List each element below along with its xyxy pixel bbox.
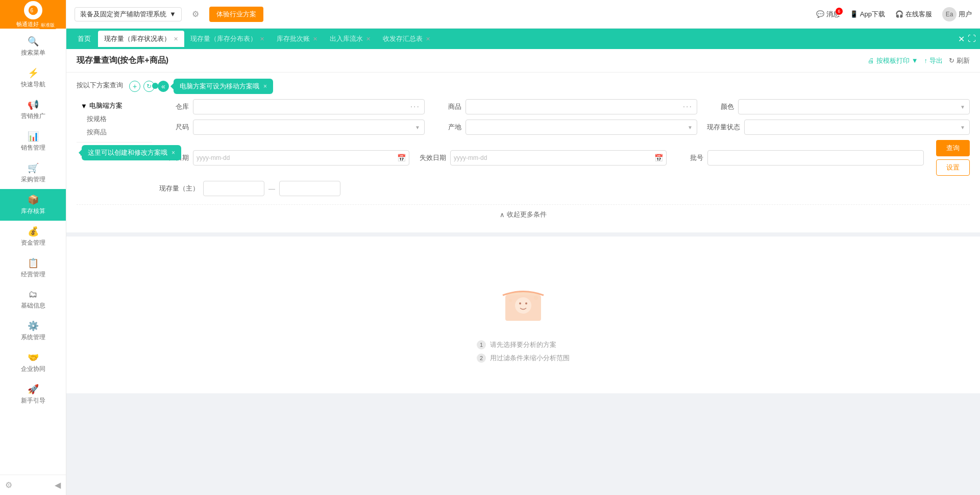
sidebar-item-inventory[interactable]: 📦 库存核算 [0, 189, 66, 221]
field-batch-no: 批号 [673, 150, 924, 166]
tab-inventory-dist[interactable]: 现存量（库存分布表） ✕ [184, 31, 271, 47]
tab-close-inout-flow[interactable]: ✕ [366, 36, 371, 42]
select-size[interactable]: ▼ [193, 120, 425, 135]
inventory-icon: 📦 [28, 194, 39, 205]
sidebar-item-purchase[interactable]: 🛒 采购管理 [0, 157, 66, 189]
input-warehouse[interactable]: ··· [193, 99, 425, 114]
sidebar-label-enterprise: 企业协同 [21, 365, 45, 373]
sidebar-item-enterprise[interactable]: 🤝 企业协同 [0, 347, 66, 379]
select-color[interactable]: ▼ [738, 99, 970, 114]
sidebar-item-operation[interactable]: 📋 经营管理 [0, 252, 66, 284]
reset-btn[interactable]: 设置 [936, 159, 970, 176]
sidebar-item-marketing[interactable]: 📢 营销推广 [0, 94, 66, 126]
sidebar-label-purchase: 采购管理 [21, 175, 45, 184]
online-service-label: 在线客服 [905, 10, 932, 19]
header-left: 装备及固定资产辅助管理系统 ▼ ⚙ 体验行业方案 [75, 7, 263, 22]
color-dropdown-icon: ▼ [960, 104, 965, 110]
range-dash: — [268, 185, 275, 193]
app-download-btn[interactable]: 📱 App下载 [850, 10, 885, 19]
scheme-item-byproduct[interactable]: 按商品 [77, 126, 152, 139]
user-label: 用户 [959, 10, 972, 19]
tooltip-2: 这里可以创建和修改方案哦 × [82, 145, 181, 160]
sidebar-item-finance[interactable]: 💰 资金管理 [0, 221, 66, 252]
system-icon: ⚙️ [28, 320, 39, 332]
add-scheme-btn[interactable]: + [129, 81, 140, 92]
tab-close-recv-send[interactable]: ✕ [426, 36, 430, 42]
basicinfo-icon: 🗂 [29, 289, 38, 300]
tab-home[interactable]: 首页 [70, 31, 98, 47]
input-stock-qty-max[interactable] [279, 181, 340, 196]
page-header: 现存量查询(按仓库+商品) 🖨 按模板打印 ▼ ↑ 导出 ↻ 刷新 [66, 49, 980, 73]
scheme-list-panel: ▼ 电脑端方案 按规格 按商品 ▶ 移动端方案 [77, 99, 158, 200]
refresh-btn[interactable]: ↻ 刷新 [949, 56, 970, 65]
stock-status-dropdown-icon: ▼ [960, 125, 965, 130]
input-stock-qty-min[interactable] [203, 181, 264, 196]
field-product: 商品 ··· [431, 99, 697, 114]
sidebar-nav: 🔍 搜索菜单 ⚡ 快速导航 📢 营销推广 📊 销售管理 🛒 采购管理 📦 库存核… [0, 29, 66, 475]
purchase-icon: 🛒 [28, 162, 39, 174]
system-name-label: 装备及固定资产辅助管理系统 [80, 10, 166, 19]
export-label: 导出 [929, 56, 943, 65]
tip-num-2: 2 [477, 353, 486, 363]
sidebar-label-search: 搜索菜单 [21, 49, 45, 57]
label-expiry-date: 失效日期 [415, 153, 446, 162]
input-expiry-date[interactable]: yyyy-mm-dd 📅 [450, 150, 667, 166]
scheme-desktop-toggle[interactable]: ▼ 电脑端方案 [77, 99, 152, 112]
tab-label-inout-flow: 出入库流水 [330, 34, 363, 43]
tab-label-inventory-dist: 现存量（库存分布表） [190, 34, 257, 43]
tooltip-1-close[interactable]: × [263, 83, 267, 90]
guide-icon: 🚀 [28, 384, 39, 395]
scheme-item-byspec[interactable]: 按规格 [77, 112, 152, 126]
trial-btn[interactable]: 体验行业方案 [209, 7, 263, 22]
settings-gear-btn[interactable]: ⚙ [188, 7, 203, 22]
scheme-item-byspec-label: 按规格 [87, 114, 107, 124]
refresh-label: 刷新 [957, 56, 970, 65]
input-batch-no[interactable] [707, 150, 924, 166]
input-product[interactable]: ··· [465, 99, 697, 114]
tab-inout-flow[interactable]: 出入库流水 ✕ [324, 31, 377, 47]
sidebar-item-quicknav[interactable]: ⚡ 快速导航 [0, 62, 66, 94]
sidebar-item-sales[interactable]: 📊 销售管理 [0, 126, 66, 157]
svg-point-7 [534, 296, 538, 300]
tab-fullscreen-btn[interactable]: ⛶ [968, 34, 976, 44]
empty-illustration [493, 267, 554, 330]
tooltip-2-close[interactable]: × [172, 149, 175, 156]
notification-btn[interactable]: 💬 消息 6 [816, 10, 840, 19]
sidebar-item-system[interactable]: ⚙️ 系统管理 [0, 315, 66, 347]
user-menu[interactable]: Ea 用户 [942, 7, 972, 21]
template-print-btn[interactable]: 🖨 按模板打印 ▼ [868, 56, 918, 65]
tab-close-all-btn[interactable]: ✕ [958, 34, 965, 44]
system-selector[interactable]: 装备及固定资产辅助管理系统 ▼ [75, 7, 182, 21]
tab-close-inventory-dist[interactable]: ✕ [260, 36, 264, 42]
settings-bottom-btn[interactable]: ⚙ [5, 480, 12, 490]
sidebar-item-search[interactable]: 🔍 搜索菜单 [0, 31, 66, 62]
sidebar-item-basicinfo[interactable]: 🗂 基础信息 [0, 284, 66, 315]
quicknav-icon: ⚡ [28, 67, 39, 79]
collapse-btn[interactable]: ∧ 收起更多条件 [500, 210, 547, 219]
sidebar: 6 畅通道好生意 标准版 🔍 搜索菜单 ⚡ 快速导航 📢 营销推广 📊 销售管理… [0, 0, 66, 495]
print-icon: 🖨 [868, 57, 874, 64]
empty-tips: 1 请先选择要分析的方案 2 用过滤条件来缩小分析范围 [477, 340, 570, 363]
tab-recv-send[interactable]: 收发存汇总表 ✕ [377, 31, 436, 47]
tab-batch-account[interactable]: 库存批次账 ✕ [271, 31, 324, 47]
tab-inventory-status[interactable]: 现存量（库存状况表） ✕ [98, 31, 184, 47]
tab-label-inventory-status: 现存量（库存状况表） [104, 34, 170, 43]
select-stock-status[interactable]: ▼ [744, 120, 970, 135]
sales-icon: 📊 [28, 131, 39, 142]
export-btn[interactable]: ↑ 导出 [924, 56, 943, 65]
label-batch-no: 批号 [673, 153, 703, 162]
filter-fields-area: 仓库 ··· 商品 ··· [158, 99, 970, 200]
scheme-item-byproduct-label: 按商品 [87, 128, 107, 137]
collapse-sidebar-btn[interactable]: ◀ [55, 480, 61, 490]
select-origin[interactable]: ▼ [465, 120, 697, 135]
tab-close-inventory-status[interactable]: ✕ [174, 36, 178, 42]
sidebar-item-guide[interactable]: 🚀 新手引导 [0, 379, 66, 410]
input-production-date[interactable]: yyyy-mm-dd 📅 [193, 150, 409, 166]
tab-close-batch-account[interactable]: ✕ [313, 36, 317, 42]
online-service-btn[interactable]: 🎧 在线客服 [895, 10, 932, 19]
svg-point-5 [525, 302, 527, 304]
collapse-up-icon: ∧ [500, 211, 505, 219]
field-stock-status: 现存量状态 ▼ [703, 120, 970, 135]
search-btn[interactable]: 查询 [936, 140, 970, 156]
sidebar-label-basicinfo: 基础信息 [21, 301, 45, 310]
